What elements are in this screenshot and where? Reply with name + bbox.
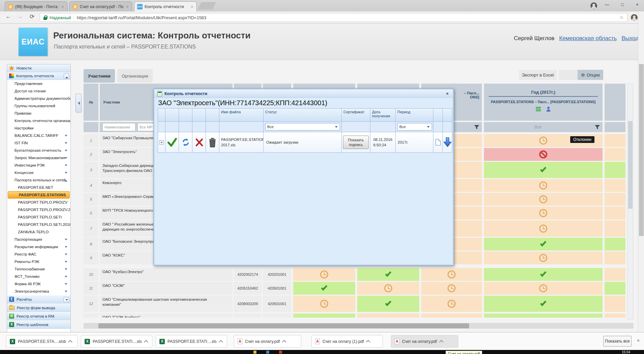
status-cell[interactable]: [357, 296, 419, 312]
chevron-up-icon[interactable]: [439, 340, 443, 344]
document-page-icon[interactable]: [435, 139, 441, 146]
window-minimize-button[interactable]: —: [602, 2, 612, 7]
download-arrow-icon[interactable]: [443, 137, 452, 147]
status-cell[interactable]: [293, 314, 355, 318]
status-cell[interactable]: [357, 282, 419, 295]
status-cell[interactable]: [357, 314, 419, 318]
taskbar-app-icon[interactable]: [266, 351, 269, 354]
status-cell[interactable]: [484, 282, 603, 295]
url-bar[interactable]: Надежный https://regportal-tariff.ru/Por…: [40, 13, 627, 22]
browser-profile-icon[interactable]: [590, 2, 597, 9]
status-cell[interactable]: [484, 238, 603, 250]
status-cell[interactable]: [293, 296, 355, 312]
status-cell[interactable]: [421, 282, 482, 295]
sidebar-item[interactable]: Настройки: [7, 124, 70, 132]
sidebar-item-templates[interactable]: X Реестр шаблонов: [7, 320, 70, 329]
page-scrollbar-thumb[interactable]: [639, 64, 644, 236]
status-cell[interactable]: [484, 148, 603, 161]
chevron-up-icon[interactable]: [366, 340, 370, 344]
region-link[interactable]: Кемеровская область: [559, 35, 617, 42]
sidebar-item-report-control[interactable]: Контроль отчетности: [7, 72, 70, 80]
browser-tab-mail[interactable]: @ (99) Входящие - Почта М ×: [5, 1, 67, 11]
trash-icon[interactable]: [208, 138, 217, 147]
chevron-up-icon[interactable]: [144, 340, 148, 344]
chevron-up-icon[interactable]: [68, 340, 72, 344]
download-item[interactable]: X PASSPORT.EE.STA....xlsb: [6, 335, 78, 348]
sidebar-item[interactable]: Группы пользователей: [7, 102, 70, 110]
person-icon[interactable]: [546, 107, 551, 112]
taskbar-app-icon[interactable]: [279, 351, 282, 354]
taskbar-app-icon[interactable]: [253, 351, 256, 354]
name-filter-input[interactable]: Наименование: [102, 123, 135, 131]
browser-tab-pdf[interactable]: @ Счет на оплату.pdf - По ×: [69, 1, 132, 11]
status-cell[interactable]: [484, 220, 603, 237]
refresh-icon[interactable]: [181, 138, 190, 147]
forward-button[interactable]: →: [16, 13, 24, 20]
show-all-downloads-button[interactable]: Показать все: [603, 336, 632, 347]
status-cell[interactable]: [484, 252, 603, 264]
download-item-hovered[interactable]: A Счет на оплату.pdf: [391, 335, 458, 348]
filter-funnel-icon[interactable]: [595, 125, 600, 129]
back-button[interactable]: ←: [4, 13, 13, 20]
sidebar-item[interactable]: Контроль отчетности организаци: [7, 117, 70, 124]
export-excel-button[interactable]: Экспорт в Excel: [519, 70, 557, 80]
show-signature-button[interactable]: Показатьподпись: [343, 136, 369, 149]
sidebar-item[interactable]: Привязки: [7, 110, 70, 117]
chevron-up-icon[interactable]: [219, 340, 223, 344]
table-vertical-scrollbar[interactable]: [627, 84, 633, 320]
window-maximize-button[interactable]: □: [617, 2, 627, 7]
options-button[interactable]: ⚙ Опции: [578, 70, 603, 80]
status-cell[interactable]: [421, 296, 482, 312]
year-filter-placeholder[interactable]: Все: [534, 125, 542, 129]
url-text[interactable]: https://regportal-tariff.ru/Portal/Modul…: [77, 15, 617, 20]
status-cell[interactable]: [484, 314, 603, 318]
tab-close-icon[interactable]: ×: [190, 5, 194, 9]
window-close-button[interactable]: ×: [632, 2, 642, 7]
status-cell[interactable]: [484, 179, 603, 192]
horizontal-scrollbar-thumb[interactable]: [98, 323, 469, 328]
download-item[interactable]: A Счет на оплату (1).pdf: [311, 335, 383, 348]
browser-tab-active[interactable]: ЕИАС Контроль отчетности ×: [134, 1, 197, 11]
collapse-up-icon[interactable]: [64, 73, 69, 79]
tab-participants[interactable]: Участники: [84, 69, 115, 83]
tab-close-icon[interactable]: ×: [61, 5, 64, 9]
status-cell[interactable]: [484, 193, 603, 206]
expand-button[interactable]: +: [159, 140, 164, 145]
status-cell[interactable]: [421, 268, 482, 281]
dialog-titlebar[interactable]: Контроль отчетности ×: [155, 90, 453, 98]
sidebar-item[interactable]: Доступ на чтение: [7, 87, 70, 95]
status-filter-dropdown[interactable]: Все: [265, 123, 340, 130]
tab-organizations[interactable]: Организации: [117, 69, 153, 83]
reject-x-icon[interactable]: [195, 138, 204, 147]
page-vertical-scrollbar[interactable]: [638, 11, 644, 332]
downloads-bar-close-icon[interactable]: ×: [637, 338, 640, 343]
dialog-close-button[interactable]: ×: [444, 91, 450, 96]
chevron-up-icon[interactable]: [282, 340, 286, 344]
status-cell[interactable]: [484, 296, 603, 312]
sidebar-item[interactable]: Представления: [7, 80, 70, 87]
logout-link[interactable]: Выход: [621, 35, 639, 42]
status-cell[interactable]: [484, 207, 603, 219]
sidebar-collapse-handle[interactable]: [75, 94, 82, 113]
status-cell[interactable]: [421, 314, 482, 318]
toolbar-profile-icon[interactable]: [631, 14, 638, 21]
status-cell[interactable]: [484, 268, 603, 281]
download-item[interactable]: X PASSPORT.EE.STATI....xls: [81, 335, 152, 348]
new-tab-button[interactable]: [198, 2, 216, 9]
sidebar-item-news[interactable]: Новости: [7, 64, 70, 72]
table-scrollbar-thumb[interactable]: [628, 121, 633, 209]
list-icon[interactable]: [536, 107, 541, 111]
status-cell[interactable]: [293, 282, 355, 295]
sidebar-item[interactable]: Администраторы документообор: [7, 95, 70, 102]
status-cell[interactable]: [293, 268, 355, 281]
refresh-button[interactable]: ⟳: [28, 13, 36, 20]
horizontal-scrollbar[interactable]: [84, 323, 634, 329]
bookmark-star-icon[interactable]: ☆: [619, 14, 624, 21]
status-cell[interactable]: [357, 268, 419, 281]
tab-close-icon[interactable]: ×: [126, 5, 129, 9]
status-cell[interactable]: [484, 162, 603, 178]
period-filter-dropdown[interactable]: Все: [397, 123, 432, 130]
accept-check-icon[interactable]: [167, 138, 177, 147]
download-item[interactable]: X PASSPORT.EE.STATI....xls: [156, 335, 227, 348]
download-item[interactable]: A Счет на оплату.pdf: [234, 335, 301, 348]
